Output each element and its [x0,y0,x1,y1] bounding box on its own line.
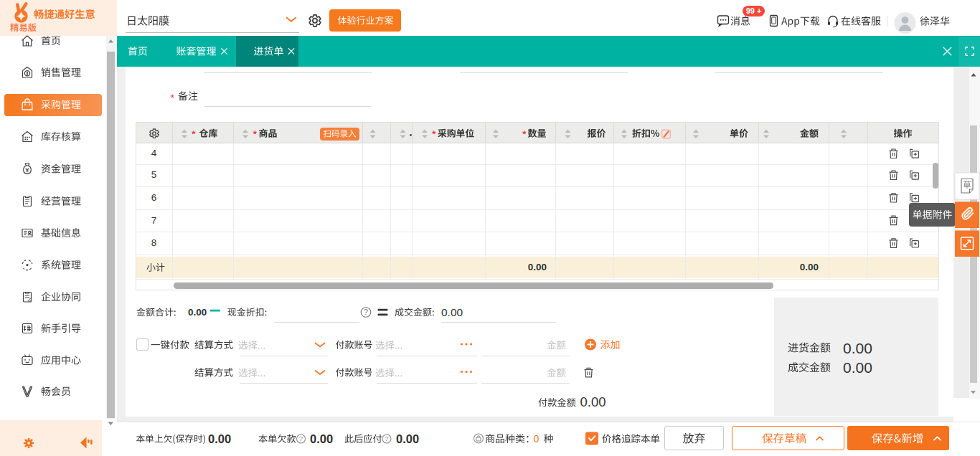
svg-text:?: ? [364,308,368,316]
svg-text:?: ? [385,434,388,442]
svg-text:?: ? [299,434,303,442]
